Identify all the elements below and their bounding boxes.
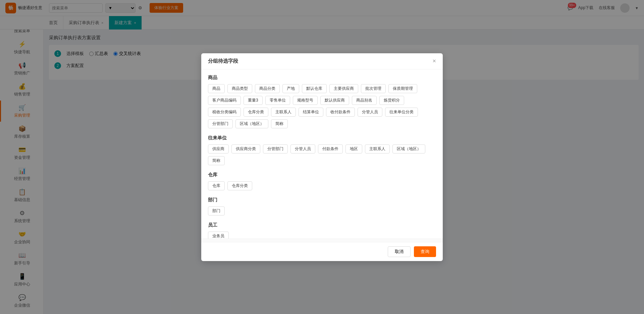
field-tag-goods-默认仓库[interactable]: 默认仓库 [302, 84, 327, 93]
field-tag-goods-结算单位[interactable]: 结算单位 [299, 108, 323, 117]
section-employee-title: 员工 [208, 222, 436, 228]
section-partner-title: 往来单位 [208, 135, 436, 141]
field-tag-goods-分管人员[interactable]: 分管人员 [358, 108, 382, 117]
field-tag-goods-产地[interactable]: 产地 [282, 84, 299, 93]
section-goods-title: 商品 [208, 75, 436, 81]
section-employee-tags: 业务员 [208, 232, 436, 239]
modal-overlay: 分组待选字段 × 商品 商品 商品类型 商品分类 产地 默认仓库 主要供应商 批… [0, 0, 644, 314]
field-tag-goods-商品类型[interactable]: 商品类型 [227, 84, 252, 93]
section-employee: 员工 业务员 [208, 222, 436, 239]
field-tag-goods-仓库分类[interactable]: 仓库分类 [244, 108, 268, 117]
cancel-button[interactable]: 取消 [388, 246, 411, 257]
field-tag-goods-规格型号[interactable]: 规格型号 [293, 96, 318, 105]
section-goods: 商品 商品 商品类型 商品分类 产地 默认仓库 主要供应商 批次管理 保质期管理… [208, 75, 436, 128]
field-tag-partner-供应商[interactable]: 供应商 [208, 144, 229, 153]
field-tag-warehouse-仓库[interactable]: 仓库 [208, 181, 225, 190]
field-tag-goods-分管部门[interactable]: 分管部门 [208, 119, 233, 128]
modal-footer: 取消 查询 [201, 242, 443, 261]
field-tag-goods-区域地区[interactable]: 区域（地区） [235, 119, 268, 128]
field-tag-goods-商品[interactable]: 商品 [208, 84, 225, 93]
field-tag-partner-地区[interactable]: 地区 [345, 144, 362, 153]
field-tag-goods-税收分类编码[interactable]: 税收分类编码 [208, 108, 241, 117]
modal: 分组待选字段 × 商品 商品 商品类型 商品分类 产地 默认仓库 主要供应商 批… [201, 53, 443, 261]
field-tag-partner-付款条件[interactable]: 付款条件 [318, 144, 343, 153]
section-department-tags: 部门 [208, 206, 436, 215]
field-tag-partner-分管部门[interactable]: 分管部门 [263, 144, 288, 153]
section-warehouse: 仓库 仓库 仓库分类 [208, 172, 436, 190]
modal-close-btn[interactable]: × [432, 58, 436, 64]
field-tag-goods-主要供应商[interactable]: 主要供应商 [329, 84, 358, 93]
section-department-title: 部门 [208, 197, 436, 203]
field-tag-goods-往来单位分类[interactable]: 往来单位分类 [385, 108, 418, 117]
confirm-button[interactable]: 查询 [414, 246, 436, 257]
field-tag-partner-分管人员[interactable]: 分管人员 [290, 144, 315, 153]
modal-title: 分组待选字段 [208, 58, 238, 64]
field-tag-warehouse-仓库分类[interactable]: 仓库分类 [227, 181, 252, 190]
modal-body: 商品 商品 商品类型 商品分类 产地 默认仓库 主要供应商 批次管理 保质期管理… [201, 69, 443, 239]
modal-header: 分组待选字段 × [201, 53, 443, 69]
modal-hscroll [201, 239, 443, 242]
section-department: 部门 部门 [208, 197, 436, 215]
section-partner: 往来单位 供应商 供应商分类 分管部门 分管人员 付款条件 地区 主联系人 区域… [208, 135, 436, 165]
field-tag-goods-客户商品编码[interactable]: 客户商品编码 [208, 96, 241, 105]
field-tag-goods-炼货积分[interactable]: 炼货积分 [379, 96, 404, 105]
field-tag-goods-保质期管理[interactable]: 保质期管理 [388, 84, 417, 93]
section-warehouse-title: 仓库 [208, 172, 436, 178]
field-tag-goods-默认供应商[interactable]: 默认供应商 [320, 96, 349, 105]
field-tag-goods-收付款条件[interactable]: 收付款条件 [326, 108, 355, 117]
field-tag-partner-主联系人[interactable]: 主联系人 [365, 144, 390, 153]
field-tag-partner-供应商分类[interactable]: 供应商分类 [231, 144, 260, 153]
field-tag-goods-商品分类[interactable]: 商品分类 [255, 84, 280, 93]
field-tag-goods-重量3[interactable]: 重量3 [244, 96, 263, 105]
field-tag-dept-部门[interactable]: 部门 [208, 206, 225, 215]
section-goods-tags: 商品 商品类型 商品分类 产地 默认仓库 主要供应商 批次管理 保质期管理 客户… [208, 84, 436, 128]
field-tag-goods-商品别名[interactable]: 商品别名 [352, 96, 377, 105]
field-tag-partner-区域地区[interactable]: 区域（地区） [392, 144, 425, 153]
section-partner-tags: 供应商 供应商分类 分管部门 分管人员 付款条件 地区 主联系人 区域（地区） … [208, 144, 436, 165]
section-warehouse-tags: 仓库 仓库分类 [208, 181, 436, 190]
field-tag-emp-业务员[interactable]: 业务员 [208, 232, 229, 239]
field-tag-goods-主联系人[interactable]: 主联系人 [271, 108, 296, 117]
field-tag-partner-简称[interactable]: 简称 [208, 156, 225, 165]
field-tag-goods-批次管理[interactable]: 批次管理 [361, 84, 386, 93]
field-tag-goods-简称[interactable]: 简称 [271, 119, 288, 128]
field-tag-goods-零售单位[interactable]: 零售单位 [265, 96, 290, 105]
